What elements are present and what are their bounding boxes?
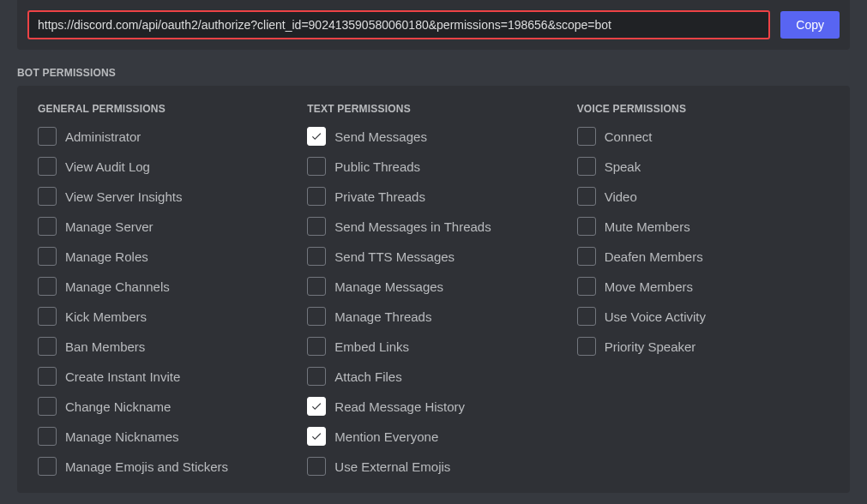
permission-label[interactable]: Manage Roles <box>65 249 148 264</box>
permission-label[interactable]: Embed Links <box>334 339 409 354</box>
permission-label[interactable]: Priority Speaker <box>605 339 696 354</box>
permission-item: Ban Members <box>38 337 290 356</box>
permission-item: Manage Server <box>38 217 290 236</box>
permission-checkbox[interactable] <box>38 127 57 146</box>
permission-label[interactable]: Kick Members <box>65 309 147 324</box>
permission-label[interactable]: Manage Messages <box>334 279 443 294</box>
permission-label[interactable]: Change Nickname <box>65 399 171 414</box>
permission-label[interactable]: Use Voice Activity <box>605 309 706 324</box>
bot-permissions-label: BOT PERMISSIONS <box>17 67 850 79</box>
voice-permissions-list: ConnectSpeakVideoMute MembersDeafen Memb… <box>577 127 829 356</box>
permission-label[interactable]: View Audit Log <box>65 159 150 174</box>
permission-item: Kick Members <box>38 307 290 326</box>
general-permissions-list: AdministratorView Audit LogView Server I… <box>38 127 290 476</box>
permission-checkbox[interactable] <box>307 157 326 176</box>
permission-checkbox[interactable] <box>307 277 326 296</box>
permission-label[interactable]: Send TTS Messages <box>334 249 455 264</box>
permission-checkbox[interactable] <box>307 217 326 236</box>
permission-checkbox[interactable] <box>38 277 57 296</box>
permission-checkbox[interactable] <box>38 247 57 266</box>
general-permissions-header: GENERAL PERMISSIONS <box>38 103 290 115</box>
permission-label[interactable]: Send Messages <box>334 129 427 144</box>
url-panel: https://discord.com/api/oauth2/authorize… <box>17 0 850 50</box>
permission-checkbox[interactable] <box>307 367 326 386</box>
permission-label[interactable]: Manage Threads <box>334 309 431 324</box>
permission-checkbox[interactable] <box>307 187 326 206</box>
permission-checkbox[interactable] <box>307 397 326 416</box>
permission-item: Priority Speaker <box>577 337 829 356</box>
permission-item: Mute Members <box>577 217 829 236</box>
permission-item: Embed Links <box>307 337 559 356</box>
permission-label[interactable]: Deafen Members <box>605 249 703 264</box>
permission-checkbox[interactable] <box>577 247 596 266</box>
permission-item: Public Threads <box>307 157 559 176</box>
permission-item: Send TTS Messages <box>307 247 559 266</box>
permission-item: Change Nickname <box>38 397 290 416</box>
permission-checkbox[interactable] <box>38 397 57 416</box>
permission-checkbox[interactable] <box>38 457 57 476</box>
permission-checkbox[interactable] <box>38 157 57 176</box>
permission-label[interactable]: Video <box>605 189 637 204</box>
permission-item: View Server Insights <box>38 187 290 206</box>
permission-checkbox[interactable] <box>307 457 326 476</box>
permission-item: Manage Nicknames <box>38 427 290 446</box>
permission-checkbox[interactable] <box>38 187 57 206</box>
permission-checkbox[interactable] <box>38 367 57 386</box>
permission-item: Create Instant Invite <box>38 367 290 386</box>
permission-checkbox[interactable] <box>577 157 596 176</box>
permission-checkbox[interactable] <box>577 277 596 296</box>
oauth-url-box[interactable]: https://discord.com/api/oauth2/authorize… <box>27 10 770 39</box>
permission-label[interactable]: Create Instant Invite <box>65 369 180 384</box>
permission-checkbox[interactable] <box>38 337 57 356</box>
general-permissions-column: GENERAL PERMISSIONS AdministratorView Au… <box>38 103 290 476</box>
permission-checkbox[interactable] <box>307 247 326 266</box>
text-permissions-header: TEXT PERMISSIONS <box>307 103 559 115</box>
permission-label[interactable]: Attach Files <box>334 369 401 384</box>
permission-label[interactable]: Manage Emojis and Stickers <box>65 459 228 474</box>
permission-label[interactable]: Read Message History <box>334 399 465 414</box>
permission-checkbox[interactable] <box>38 307 57 326</box>
permission-label[interactable]: Mute Members <box>605 219 690 234</box>
permissions-panel: GENERAL PERMISSIONS AdministratorView Au… <box>17 86 850 493</box>
permission-checkbox[interactable] <box>577 187 596 206</box>
permission-label[interactable]: Speak <box>605 159 641 174</box>
permission-item: Send Messages in Threads <box>307 217 559 236</box>
permission-item: Use Voice Activity <box>577 307 829 326</box>
permission-checkbox[interactable] <box>577 337 596 356</box>
permission-item: Administrator <box>38 127 290 146</box>
permission-checkbox[interactable] <box>38 427 57 446</box>
copy-button[interactable]: Copy <box>780 11 840 39</box>
permission-label[interactable]: Public Threads <box>334 159 420 174</box>
permission-label[interactable]: Send Messages in Threads <box>334 219 491 234</box>
permission-label[interactable]: Ban Members <box>65 339 145 354</box>
permission-label[interactable]: Connect <box>605 129 653 144</box>
permission-item: Speak <box>577 157 829 176</box>
permission-item: Manage Channels <box>38 277 290 296</box>
permission-label[interactable]: Move Members <box>605 279 693 294</box>
permission-item: Manage Roles <box>38 247 290 266</box>
permission-item: View Audit Log <box>38 157 290 176</box>
permission-item: Video <box>577 187 829 206</box>
permission-label[interactable]: Manage Server <box>65 219 154 234</box>
permission-item: Mention Everyone <box>307 427 559 446</box>
permission-item: Read Message History <box>307 397 559 416</box>
permission-checkbox[interactable] <box>577 127 596 146</box>
permission-item: Attach Files <box>307 367 559 386</box>
permission-label[interactable]: Manage Nicknames <box>65 429 179 444</box>
permission-item: Connect <box>577 127 829 146</box>
permission-label[interactable]: Manage Channels <box>65 279 170 294</box>
voice-permissions-header: VOICE PERMISSIONS <box>577 103 829 115</box>
permission-label[interactable]: Use External Emojis <box>334 459 450 474</box>
permission-checkbox[interactable] <box>38 217 57 236</box>
permission-checkbox[interactable] <box>577 307 596 326</box>
permission-checkbox[interactable] <box>307 337 326 356</box>
permission-label[interactable]: View Server Insights <box>65 189 182 204</box>
permission-checkbox[interactable] <box>307 307 326 326</box>
permission-label[interactable]: Administrator <box>65 129 141 144</box>
permission-checkbox[interactable] <box>577 217 596 236</box>
permission-checkbox[interactable] <box>307 427 326 446</box>
text-permissions-column: TEXT PERMISSIONS Send MessagesPublic Thr… <box>307 103 559 476</box>
permission-label[interactable]: Mention Everyone <box>334 429 438 444</box>
permission-label[interactable]: Private Threads <box>334 189 425 204</box>
permission-checkbox[interactable] <box>307 127 326 146</box>
